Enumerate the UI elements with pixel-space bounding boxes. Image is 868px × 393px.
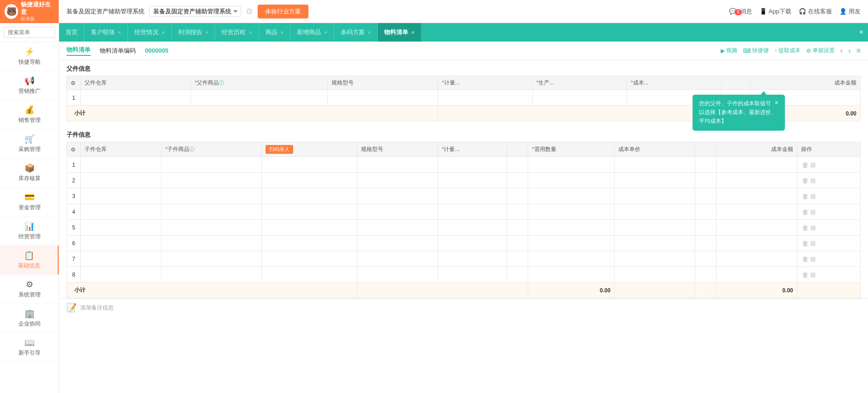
parent-col-gear[interactable]: ⚙ — [67, 76, 81, 90]
tab-barcode[interactable]: 条码方案 × — [334, 23, 378, 42]
child-spec[interactable] — [357, 157, 438, 173]
tab-close-icon[interactable]: × — [324, 30, 327, 35]
child-spec[interactable] — [357, 220, 438, 236]
sidebar-item-marketing[interactable]: 📢 营销推广 — [0, 71, 59, 100]
parent-unit-cell[interactable] — [438, 90, 532, 106]
child-unit[interactable] — [438, 188, 507, 204]
tab-product[interactable]: 商品 × — [259, 23, 290, 42]
parent-spec-cell[interactable] — [328, 90, 438, 106]
child-unit-cost[interactable] — [615, 267, 695, 283]
sidebar-item-basic[interactable]: 📋 基础信息 — [0, 246, 59, 275]
tab-bom[interactable]: 物料清单 × — [378, 23, 421, 42]
tab-close-icon[interactable]: × — [249, 30, 252, 35]
close-all-tabs[interactable]: × — [855, 28, 868, 36]
child-product[interactable] — [161, 220, 261, 236]
tab-operation[interactable]: 经营情况 × — [128, 23, 171, 42]
tab-close-icon[interactable]: × — [118, 30, 121, 35]
delete-icon[interactable]: 🗑 — [802, 193, 808, 200]
view-mode-icon[interactable]: ≡ — [856, 47, 861, 55]
delete-icon[interactable]: 🗑 — [802, 177, 808, 184]
sidebar-item-purchase[interactable]: 🛒 采购管理 — [0, 129, 59, 158]
tab-new-product[interactable]: 新增商品 × — [290, 23, 334, 42]
copy-icon[interactable]: ⊞ — [810, 193, 816, 200]
action-shortcut[interactable]: ⌨ 快捷键 — [743, 47, 769, 54]
child-qty[interactable] — [528, 173, 615, 188]
nav-next[interactable]: › — [848, 47, 850, 55]
parent-warehouse-cell[interactable] — [81, 90, 191, 106]
trial-btn[interactable]: 体验行业方案 — [258, 5, 308, 18]
child-unit-cost[interactable] — [615, 157, 695, 173]
child-product[interactable] — [161, 157, 261, 173]
sidebar-item-quicknav[interactable]: ⚡ 快捷导航 — [0, 42, 59, 71]
tab-profit[interactable]: 利润报告 × — [172, 23, 215, 42]
sidebar-item-sales[interactable]: 💰 销售管理 — [0, 100, 59, 129]
child-product[interactable] — [161, 204, 261, 220]
delete-icon[interactable]: 🗑 — [802, 208, 808, 216]
delete-icon[interactable]: 🗑 — [802, 224, 808, 231]
parent-product-cell[interactable] — [191, 90, 327, 106]
child-unit-cost[interactable] — [615, 220, 695, 236]
child-warehouse[interactable] — [81, 267, 162, 283]
child-unit[interactable] — [438, 251, 507, 267]
child-product[interactable] — [161, 251, 261, 267]
tab-close-icon[interactable]: × — [368, 30, 371, 35]
child-unit[interactable] — [438, 204, 507, 220]
scan-btn[interactable]: 扫码录入 — [265, 145, 293, 154]
child-unit[interactable] — [438, 220, 507, 236]
child-spec[interactable] — [357, 236, 438, 251]
copy-icon[interactable]: ⊞ — [810, 177, 816, 184]
child-unit-cost[interactable] — [615, 204, 695, 220]
tab-customer[interactable]: 客户联络 × — [84, 23, 128, 42]
action-view[interactable]: ▶ 视频 — [721, 47, 737, 54]
child-col-gear[interactable]: ⚙ — [67, 142, 81, 157]
child-qty[interactable] — [528, 188, 615, 204]
child-spec[interactable] — [357, 173, 438, 188]
delete-icon[interactable]: 🗑 — [802, 161, 808, 169]
child-warehouse[interactable] — [81, 204, 162, 220]
tooltip-close-btn[interactable]: × — [775, 99, 778, 106]
child-unit[interactable] — [438, 267, 507, 283]
sidebar-item-enterprise[interactable]: 🏢 企业协同 — [0, 304, 59, 333]
child-warehouse[interactable] — [81, 251, 162, 267]
child-qty[interactable] — [528, 204, 615, 220]
search-input[interactable] — [4, 27, 55, 38]
child-unit-cost[interactable] — [615, 251, 695, 267]
sidebar-item-finance[interactable]: 💳 资金管理 — [0, 187, 59, 217]
sub-tab-bom-list[interactable]: 物料清单 — [66, 46, 90, 56]
copy-icon[interactable]: ⊞ — [810, 271, 816, 278]
child-spec[interactable] — [357, 188, 438, 204]
sidebar-item-operations[interactable]: 📊 经营管理 — [0, 217, 59, 246]
delete-icon[interactable]: 🗑 — [802, 271, 808, 278]
child-warehouse[interactable] — [81, 157, 162, 173]
user-item[interactable]: 👤 用友 — [839, 7, 861, 16]
parent-production-cell[interactable] — [532, 90, 627, 106]
action-extract-cost[interactable]: ↑ 提取成本 — [774, 47, 801, 54]
app-item[interactable]: 📱 App下载 — [760, 7, 791, 16]
child-spec[interactable] — [357, 267, 438, 283]
child-product[interactable] — [161, 188, 261, 204]
child-unit-cost[interactable] — [615, 188, 695, 204]
delete-icon[interactable]: 🗑 — [802, 240, 808, 247]
child-qty[interactable] — [528, 236, 615, 251]
child-spec[interactable] — [357, 204, 438, 220]
system-select[interactable]: 装备及固定资产辅助管理系统 — [149, 6, 241, 17]
child-unit[interactable] — [438, 173, 507, 188]
tab-home[interactable]: 首页 — [59, 23, 84, 42]
copy-icon[interactable]: ⊞ — [810, 208, 816, 216]
sidebar-item-system[interactable]: ⚙ 系统管理 — [0, 275, 59, 304]
child-unit[interactable] — [438, 236, 507, 251]
child-qty[interactable] — [528, 157, 615, 173]
tab-close-icon[interactable]: × — [205, 30, 208, 35]
child-qty[interactable] — [528, 220, 615, 236]
child-unit-cost[interactable] — [615, 173, 695, 188]
child-warehouse[interactable] — [81, 188, 162, 204]
sidebar-item-inventory[interactable]: 📦 库存核算 — [0, 158, 59, 187]
bottom-hint-label[interactable]: 添加备注信息 — [80, 304, 114, 312]
child-warehouse[interactable] — [81, 236, 162, 251]
child-product[interactable] — [161, 267, 261, 283]
copy-icon[interactable]: ⊞ — [810, 240, 816, 247]
child-product[interactable] — [161, 173, 261, 188]
child-warehouse[interactable] — [81, 173, 162, 188]
msg-item[interactable]: 💬 6 消息 — [729, 7, 752, 16]
child-qty[interactable] — [528, 267, 615, 283]
